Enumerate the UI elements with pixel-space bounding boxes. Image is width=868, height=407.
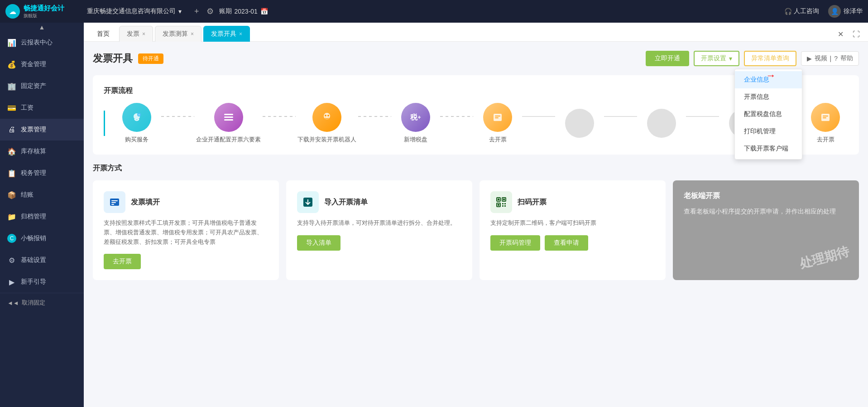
import-list-button[interactable]: 导入清单 (297, 235, 340, 251)
settings-chevron-icon: ▾ (729, 55, 732, 62)
placeholder4-label: 去开票 (817, 136, 834, 144)
process-step-config-company: 企业开通配置开票六要素 (196, 103, 261, 144)
sidebar-label-fixed-assets: 固定资产 (21, 82, 46, 90)
scan-invoice-apply-button[interactable]: 查看申请 (545, 235, 588, 251)
help-icon: ? (834, 55, 838, 62)
tab-invoice-open[interactable]: 发票开具 × (203, 26, 250, 42)
sidebar-item-basic-settings[interactable]: ⚙ 基础设置 (0, 249, 84, 271)
top-bar: ☁ 畅捷通好会计 旗舰版 重庆畅捷交通信息咨询有限公司 ▾ + ⚙ 账期 202… (0, 0, 868, 23)
connector-7 (686, 116, 719, 117)
sidebar-label-basic-settings: 基础设置 (21, 256, 46, 264)
fill-invoice-title: 发票填开 (131, 198, 160, 207)
sidebar-item-archive[interactable]: 📁 归档管理 (0, 206, 84, 228)
dropdown-item-tax-config[interactable]: 配置税盘信息 (735, 106, 802, 123)
sidebar-label-new-guide: 新手引导 (21, 278, 46, 286)
sidebar-item-cloud-report[interactable]: 📊 云报表中心 (0, 32, 84, 53)
dropdown-item-download-client[interactable]: 下载开票客户端 (735, 140, 802, 157)
connector-1 (161, 116, 194, 117)
abnormal-query-button[interactable]: 异常清单查询 (744, 51, 796, 66)
tab-expand-button[interactable]: ⛶ (850, 29, 863, 39)
svg-rect-29 (504, 205, 506, 207)
buy-service-icon: + (122, 103, 151, 132)
payroll-icon: 💳 (7, 103, 16, 112)
svg-rect-23 (503, 199, 505, 200)
boss-invoice-overlay: 处理期待 (798, 243, 851, 273)
scan-invoice-icon (490, 191, 512, 213)
company-dropdown-icon: ▾ (178, 8, 182, 15)
scan-invoice-mgmt-button[interactable]: 开票码管理 (490, 235, 540, 251)
svg-rect-4 (224, 116, 233, 118)
sidebar-label-inventory: 库存核算 (21, 147, 46, 155)
svg-rect-17 (111, 202, 116, 203)
sidebar-item-xiaochang[interactable]: C 小畅报销 (0, 228, 84, 249)
service-button[interactable]: 🎧 人工咨询 (784, 7, 819, 15)
logo-sub: 旗舰版 (24, 13, 64, 19)
process-step-placeholder4: 去开票 (803, 103, 848, 144)
svg-rect-13 (823, 116, 828, 116)
sidebar-label-cloud-report: 云报表中心 (21, 39, 53, 47)
tab-invoice-open-close[interactable]: × (239, 31, 242, 37)
settings-dropdown-container: 开票设置 ▾ 企业信息 开票信息 配置税盘信息 (694, 51, 739, 66)
settings-button[interactable]: ⚙ (206, 6, 214, 16)
activate-button[interactable]: 立即开通 (646, 51, 689, 66)
fixed-assets-icon: 🏢 (7, 82, 16, 91)
tab-invoice-calc-close[interactable]: × (191, 31, 194, 37)
period-label: 账期 (219, 7, 232, 15)
status-badge: 待开通 (138, 53, 163, 64)
user-info[interactable]: 👤 徐泽华 (828, 5, 863, 18)
sidebar-item-new-guide[interactable]: ▶ 新手引导 (0, 271, 84, 293)
svg-text:+: + (138, 113, 140, 117)
process-step-download-robot: 下载并安装开票机器人 (297, 103, 356, 144)
sidebar-item-inventory[interactable]: 🏠 库存核算 (0, 141, 84, 162)
sidebar-label-tax-mgmt: 税务管理 (21, 169, 46, 177)
svg-point-7 (325, 115, 326, 116)
scan-invoice-desc: 支持定制开票二维码，客户端可扫码开票 (490, 218, 655, 228)
tab-home[interactable]: 首页 (89, 26, 117, 42)
tab-invoice-calc-label: 发票测算 (163, 30, 188, 38)
logo-area: ☁ 畅捷通好会计 旗舰版 (5, 4, 78, 19)
sidebar-item-fund-mgmt[interactable]: 💰 资金管理 (0, 53, 84, 75)
fill-invoice-desc: 支持按照发票样式手工填开发票；可开具增值税电子普通发票、增值税普通发票、增值税专… (104, 218, 268, 247)
tab-close-all-button[interactable]: ✕ (835, 29, 846, 39)
sidebar-label-archive: 归档管理 (21, 213, 46, 221)
content-area: 首页 发票 × 发票测算 × 发票开具 × ✕ ⛶ 发票开具 (84, 23, 868, 407)
dropdown-item-printer-mgmt[interactable]: 打印机管理 (735, 123, 802, 140)
sidebar-item-invoice-mgmt[interactable]: 🖨 发票管理 (0, 119, 84, 141)
sidebar-item-payroll[interactable]: 💳 工资 (0, 97, 84, 119)
dropdown-item-company-info[interactable]: 企业信息 (735, 71, 802, 88)
add-button[interactable]: + (194, 7, 199, 16)
sidebar-scroll-up[interactable]: ▲ (0, 23, 84, 32)
tab-invoice-close[interactable]: × (142, 31, 145, 37)
user-icon: 👤 (831, 8, 839, 15)
sidebar-cancel-fixed[interactable]: ◄◄ 取消固定 (0, 293, 84, 312)
settings-button[interactable]: 开票设置 ▾ (694, 51, 739, 66)
archive-icon: 📁 (7, 212, 16, 221)
sidebar-item-fixed-assets[interactable]: 🏢 固定资产 (0, 75, 84, 97)
tab-invoice-label: 发票 (127, 30, 139, 38)
sidebar-item-tax-mgmt[interactable]: 📋 税务管理 (0, 162, 84, 184)
placeholder2-icon (647, 109, 676, 138)
tab-invoice-calc[interactable]: 发票测算 × (155, 26, 201, 42)
top-right: 🎧 人工咨询 👤 徐泽华 (784, 5, 863, 18)
settings-dropdown-menu: 企业信息 开票信息 配置税盘信息 打印机管理 (734, 69, 802, 160)
tab-invoice[interactable]: 发票 × (119, 26, 153, 42)
sidebar-label-fund-mgmt: 资金管理 (21, 60, 46, 68)
boss-invoice-header: 老板端开票 (684, 191, 848, 201)
page-content: 发票开具 待开通 立即开通 开票设置 ▾ 企业信息 (84, 42, 868, 407)
calendar-icon[interactable]: 📅 (260, 8, 268, 15)
sidebar-label-invoice-mgmt: 发票管理 (21, 126, 46, 134)
company-selector[interactable]: 重庆畅捷交通信息咨询有限公司 ▾ (83, 5, 185, 17)
video-help-button[interactable]: ▶ 视频 | ? 帮助 (801, 51, 859, 66)
invoice-mgmt-icon: 🖨 (7, 125, 16, 134)
import-list-header: 导入开票清单 (297, 191, 461, 213)
tab-home-label: 首页 (97, 30, 110, 38)
page-title: 发票开具 (93, 52, 133, 65)
process-divider (104, 111, 105, 136)
sidebar-item-accounting[interactable]: 📦 结账 (0, 184, 84, 206)
dropdown-company-info-label: 企业信息 (744, 76, 769, 83)
settings-button-label: 开票设置 (701, 54, 726, 63)
dropdown-item-invoice-info[interactable]: 开票信息 (735, 88, 802, 106)
logo-icon: ☁ (5, 4, 20, 19)
connector-3 (358, 116, 391, 117)
fill-invoice-button[interactable]: 去开票 (104, 254, 141, 269)
